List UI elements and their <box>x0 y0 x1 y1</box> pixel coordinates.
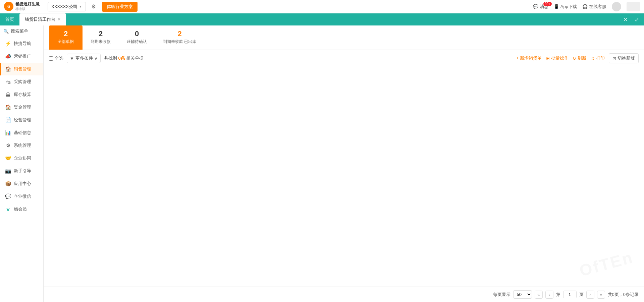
print-btn[interactable]: 🖨 打印 <box>590 55 605 61</box>
tab-home[interactable]: 首页 <box>0 13 19 25</box>
tab-workbench[interactable]: 钱货日清工作台 ✕ <box>19 13 66 25</box>
messages-btn[interactable]: 💬 消息 99+ <box>533 4 548 10</box>
stat-label-shipped: 到期未收款 已出库 <box>163 39 196 45</box>
app-download-label: App下载 <box>560 4 577 10</box>
app-center-icon: 📦 <box>5 181 11 187</box>
company-name: XXXXXX公司 <box>51 4 77 10</box>
watermark: OfTEn <box>578 248 636 280</box>
guide-icon: 📷 <box>5 168 11 174</box>
sidebar-item-system[interactable]: ⚙ 系统管理 <box>0 139 43 152</box>
online-service-btn[interactable]: 🎧 在线客服 <box>582 4 606 10</box>
batch-operation-btn[interactable]: ⊞ 批量操作 <box>546 55 569 61</box>
found-suffix: 相关单据 <box>126 56 144 61</box>
page-input[interactable] <box>563 291 577 298</box>
sidebar-item-purchase[interactable]: 🛍 采购管理 <box>0 75 43 88</box>
user-name-placeholder[interactable] <box>627 2 640 11</box>
stat-num-overdue: 2 <box>99 29 103 38</box>
refresh-btn[interactable]: ↻ 刷新 <box>573 55 586 61</box>
sidebar-label-operations: 经营管理 <box>14 117 31 123</box>
sidebar-item-operations[interactable]: 📄 经营管理 <box>0 114 43 126</box>
message-icon: 💬 <box>533 4 538 9</box>
next-page-btn[interactable]: › <box>586 291 594 299</box>
last-page-btn[interactable]: » <box>597 291 605 299</box>
sidebar-label-purchase: 采购管理 <box>14 79 31 85</box>
sidebar-label-guide: 新手引导 <box>14 168 31 174</box>
sidebar-label-sales: 销售管理 <box>14 66 31 72</box>
sidebar-item-sales[interactable]: 🏠 销售管理 <box>0 63 43 75</box>
more-filters-btn[interactable]: ▼ 更多条件 ∨ <box>67 54 101 63</box>
tab-close-icon[interactable]: ✕ <box>57 17 61 22</box>
sidebar-item-wechat[interactable]: 💬 企业微信 <box>0 190 43 203</box>
per-page-label: 每页显示 <box>493 292 511 298</box>
sidebar-label-finance: 资金管理 <box>14 104 31 110</box>
pagination-bar: 每页显示 50 10 20 100 « ‹ 第 页 › » 共0页，0条记录 <box>44 287 644 302</box>
switch-icon: ⊡ <box>612 56 616 61</box>
service-icon: 🎧 <box>582 4 588 9</box>
batch-label: 批量操作 <box>551 55 569 61</box>
tab-home-label: 首页 <box>5 16 14 22</box>
sidebar-search[interactable]: 🔍 搜索菜单 <box>0 25 43 37</box>
stat-tab-shipped[interactable]: 2 到期未收款 已出库 <box>155 25 204 50</box>
stat-label-pending: 旺辅待确认 <box>127 39 147 45</box>
stat-tab-overdue[interactable]: 2 到期未收款 <box>83 25 119 50</box>
new-sales-order-btn[interactable]: + 新增销货单 <box>516 55 542 61</box>
found-prefix: 共找到 <box>104 56 117 61</box>
tab-bar-actions: ✕ ⤢ <box>621 15 644 23</box>
stat-tab-pending[interactable]: 0 旺辅待确认 <box>119 25 155 50</box>
sidebar-item-marketing[interactable]: 📣 营销推广 <box>0 50 43 63</box>
tab-close-action[interactable]: ✕ <box>621 15 629 23</box>
page-label: 第 <box>556 292 560 298</box>
sidebar-item-finance[interactable]: 🏠 资金管理 <box>0 101 43 114</box>
sales-icon: 🏠 <box>5 66 11 72</box>
tab-bar: 首页 钱货日清工作台 ✕ ✕ ⤢ <box>0 13 644 25</box>
page-suffix: 页 <box>579 292 584 298</box>
sidebar-item-app-center[interactable]: 📦 应用中心 <box>0 177 43 190</box>
online-service-label: 在线客服 <box>589 4 606 10</box>
more-filters-label: 更多条件 <box>75 55 93 61</box>
sidebar-label-wechat: 企业微信 <box>14 193 31 199</box>
marketing-icon: 📣 <box>5 53 11 59</box>
sidebar-item-quick-nav[interactable]: ⚡ 快捷导航 <box>0 37 43 50</box>
first-page-btn[interactable]: « <box>535 291 543 299</box>
print-label: 打印 <box>596 55 605 61</box>
settings-icon-btn[interactable]: ⚙ <box>89 2 99 12</box>
sidebar-item-cooperation[interactable]: 🤝 企业协同 <box>0 152 43 165</box>
toolbar: 全选 ▼ 更多条件 ∨ 共找到 0条 相关单据 + 新增销货单 ⊞ 批量操作 <box>44 50 644 67</box>
tab-expand-action[interactable]: ⤢ <box>633 15 641 23</box>
sidebar-item-base-info[interactable]: 📊 基础信息 <box>0 126 43 139</box>
stat-tab-all[interactable]: 2 全部单据 <box>49 25 83 50</box>
select-all-input[interactable] <box>49 56 53 61</box>
logo-icon: 6 <box>4 2 13 11</box>
operations-icon: 📄 <box>5 117 11 123</box>
stat-num-all: 2 <box>64 29 68 38</box>
messages-badge: 99+ <box>543 2 552 6</box>
sidebar-label-marketing: 营销推广 <box>14 53 31 59</box>
company-selector[interactable]: XXXXXX公司 ▼ <box>48 2 86 11</box>
sidebar-label-system: 系统管理 <box>14 142 31 148</box>
wechat-icon: 💬 <box>5 193 11 199</box>
batch-icon: ⊞ <box>546 56 550 61</box>
logo-text-area: 畅捷通好生意 标准版 <box>15 2 40 11</box>
sidebar-search-label: 搜索菜单 <box>11 28 28 34</box>
sidebar-label-app-center: 应用中心 <box>14 181 31 187</box>
select-all-checkbox[interactable]: 全选 <box>49 55 63 61</box>
refresh-icon: ↻ <box>573 56 576 61</box>
member-icon: V <box>5 206 11 212</box>
sidebar-label-base-info: 基础信息 <box>14 130 31 136</box>
prev-page-btn[interactable]: ‹ <box>545 291 553 299</box>
found-text: 共找到 0条 相关单据 <box>104 55 144 61</box>
stat-num-shipped: 2 <box>178 29 182 38</box>
app-download-btn[interactable]: 📱 App下载 <box>554 4 577 10</box>
purchase-icon: 🛍 <box>5 79 11 85</box>
switch-version-btn[interactable]: ⊡ 切换新版 <box>609 53 639 63</box>
top-header: 6 畅捷通好生意 标准版 XXXXXX公司 ▼ ⚙ 体验行业方案 💬 消息 99… <box>0 0 644 13</box>
sidebar-item-member[interactable]: V 畅会员 <box>0 203 43 216</box>
stat-num-pending: 0 <box>135 29 139 38</box>
experience-btn[interactable]: 体验行业方案 <box>102 2 138 12</box>
sidebar-item-inventory[interactable]: 🏛 库存核算 <box>0 88 43 101</box>
sidebar-item-guide[interactable]: 📷 新手引导 <box>0 165 43 177</box>
sidebar-label-inventory: 库存核算 <box>14 92 31 98</box>
user-avatar[interactable] <box>612 2 621 11</box>
stat-label-overdue: 到期未收款 <box>91 39 111 45</box>
page-size-select[interactable]: 50 10 20 100 <box>513 290 532 299</box>
